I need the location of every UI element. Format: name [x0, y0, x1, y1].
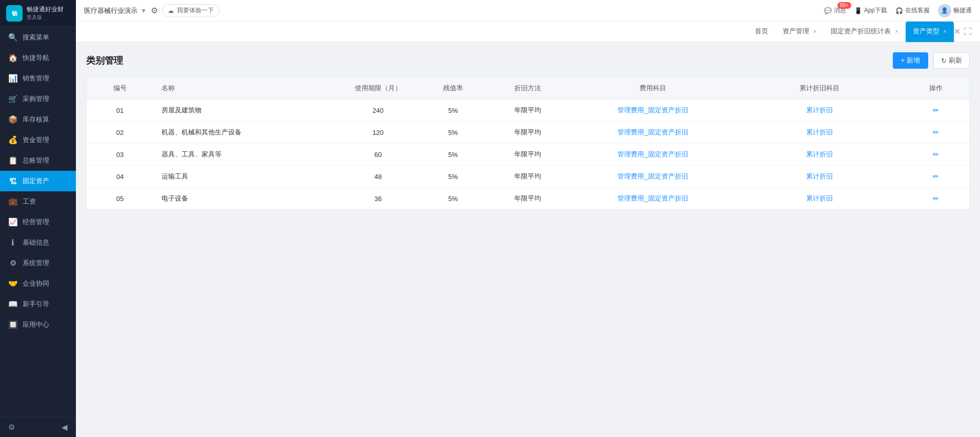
cell-expense-3: 管理费用_固定资产折旧	[570, 166, 736, 188]
edit-icon-0[interactable]: ✏	[933, 106, 939, 114]
mobile-icon: 📱	[854, 7, 862, 14]
guide-icon: 📖	[8, 300, 17, 309]
sidebar-item-sales[interactable]: 📊 销售管理	[0, 68, 76, 89]
message-action[interactable]: 💬 消息 99+	[824, 6, 846, 15]
cell-method-3: 年限平均	[486, 166, 569, 188]
sidebar-label-search: 搜索菜单	[23, 33, 49, 42]
cell-action-2: ✏	[903, 144, 969, 166]
edit-icon-2[interactable]: ✏	[933, 150, 939, 158]
cell-residual-1: 5%	[419, 122, 486, 144]
cell-residual-0: 5%	[419, 100, 486, 122]
close-window-icon[interactable]: ✕	[954, 27, 961, 36]
edit-icon-4[interactable]: ✏	[933, 194, 939, 203]
cell-accum-2: 累计折旧	[736, 144, 903, 166]
cell-code-4: 05	[87, 188, 153, 210]
col-header-code: 编号	[87, 77, 153, 100]
sidebar-item-search[interactable]: 🔍 搜索菜单	[0, 27, 76, 48]
cell-code-1: 02	[87, 122, 153, 144]
sidebar-item-app-center[interactable]: 🔲 应用中心	[0, 314, 76, 335]
app-center-icon: 🔲	[8, 320, 17, 329]
cell-residual-4: 5%	[419, 188, 486, 210]
sidebar-item-basic-info[interactable]: ℹ 基础信息	[0, 232, 76, 253]
user-profile[interactable]: 👤 畅捷通	[938, 4, 972, 17]
logo-icon: 畅	[6, 5, 23, 22]
sidebar-item-system[interactable]: ⚙ 系统管理	[0, 253, 76, 273]
table-row: 02 机器、机械和其他生产设备 120 5% 年限平均 管理费用_固定资产折旧 …	[87, 122, 969, 144]
app-download-action[interactable]: 📱 App下载	[854, 6, 887, 15]
tab-close-asset-type[interactable]: ×	[944, 28, 947, 34]
sidebar-item-purchase[interactable]: 🛒 采购管理	[0, 89, 76, 109]
sidebar-item-payroll[interactable]: 💼 工资	[0, 191, 76, 212]
cell-action-1: ✏	[903, 122, 969, 144]
cell-period-3: 48	[336, 166, 419, 188]
edit-icon-3[interactable]: ✏	[933, 172, 939, 181]
sidebar-item-ledger[interactable]: 📋 总账管理	[0, 150, 76, 171]
cell-residual-3: 5%	[419, 166, 486, 188]
capital-icon: 💰	[8, 135, 17, 145]
cell-period-2: 60	[336, 144, 419, 166]
sidebar-label-purchase: 采购管理	[23, 94, 49, 104]
sidebar-item-operations[interactable]: 📈 经营管理	[0, 212, 76, 232]
col-header-period: 使用期限（月）	[336, 77, 419, 100]
sales-icon: 📊	[8, 74, 17, 83]
refresh-button[interactable]: ↻ 刷新	[933, 52, 970, 69]
cell-period-1: 120	[336, 122, 419, 144]
app-logo: 畅 畅捷通好业财 普及版	[0, 0, 76, 27]
collapse-icon[interactable]: ◀	[62, 423, 68, 432]
cell-action-3: ✏	[903, 166, 969, 188]
sidebar-item-inventory[interactable]: 📦 库存核算	[0, 109, 76, 130]
cell-action-4: ✏	[903, 188, 969, 210]
page-title: 类别管理	[86, 54, 123, 67]
sidebar-label-ledger: 总账管理	[23, 156, 49, 165]
edit-icon-1[interactable]: ✏	[933, 128, 939, 136]
feedback-button[interactable]: ☁ 我要体验一下	[162, 4, 219, 17]
cell-expense-0: 管理费用_固定资产折旧	[570, 100, 736, 122]
feedback-icon: ☁	[168, 7, 174, 14]
category-table: 编号 名称 使用期限（月） 残值率 折旧方法 费用科目 累计折旧科目 操作 01…	[86, 77, 970, 210]
cell-accum-4: 累计折旧	[736, 188, 903, 210]
expand-window-icon[interactable]: ⛶	[964, 27, 972, 36]
company-selector[interactable]: 医疗器械行业演示 ▼	[84, 6, 147, 15]
tab-close-fixed-asset-stats[interactable]: ×	[895, 28, 898, 34]
topbar: 医疗器械行业演示 ▼ ⚙ ☁ 我要体验一下 💬 消息 99+ 📱 App下载 🎧…	[76, 0, 980, 22]
purchase-icon: 🛒	[8, 94, 17, 104]
ledger-icon: 📋	[8, 156, 17, 165]
cell-method-0: 年限平均	[486, 100, 569, 122]
message-icon: 💬	[824, 7, 832, 14]
sidebar-item-guide[interactable]: 📖 新手引导	[0, 294, 76, 314]
refresh-icon: ↻	[941, 57, 947, 65]
operations-icon: 📈	[8, 217, 17, 227]
sidebar-label-inventory: 库存核算	[23, 115, 49, 124]
main-area: 医疗器械行业演示 ▼ ⚙ ☁ 我要体验一下 💬 消息 99+ 📱 App下载 🎧…	[76, 0, 980, 437]
cell-expense-1: 管理费用_固定资产折旧	[570, 122, 736, 144]
sidebar-label-cooperation: 企业协同	[23, 279, 49, 288]
tab-asset-mgmt[interactable]: 资产管理×	[775, 22, 824, 42]
tab-fixed-asset-stats[interactable]: 固定资产折旧统计表×	[824, 22, 905, 42]
tab-asset-type[interactable]: 资产类型×	[906, 22, 954, 42]
sidebar-item-fixed-assets[interactable]: 🏗 固定资产	[0, 171, 76, 191]
cell-method-4: 年限平均	[486, 188, 569, 210]
basic-info-icon: ℹ	[8, 238, 17, 247]
company-settings-icon[interactable]: ⚙	[151, 6, 158, 15]
customer-service-action[interactable]: 🎧 在线客服	[895, 6, 930, 15]
sidebar-item-cooperation[interactable]: 🤝 企业协同	[0, 273, 76, 294]
col-header-residual: 残值率	[419, 77, 486, 100]
tabbar: 首页资产管理×固定资产折旧统计表×资产类型×✕ ⛶	[76, 22, 980, 42]
sidebar-item-quick-nav[interactable]: 🏠 快捷导航	[0, 48, 76, 68]
col-header-expense: 费用科目	[570, 77, 736, 100]
sidebar-label-system: 系统管理	[23, 259, 49, 268]
sidebar-nav: 🔍 搜索菜单 🏠 快捷导航 📊 销售管理 🛒 采购管理 📦 库存核算 💰 资金管…	[0, 27, 76, 417]
sidebar-label-sales: 销售管理	[23, 74, 49, 83]
cell-name-3: 运输工具	[153, 166, 336, 188]
col-header-accum: 累计折旧科目	[736, 77, 903, 100]
col-header-method: 折旧方法	[486, 77, 569, 100]
settings-footer-icon[interactable]: ⚙	[8, 423, 15, 432]
cell-period-4: 36	[336, 188, 419, 210]
sidebar-item-capital[interactable]: 💰 资金管理	[0, 130, 76, 150]
payroll-icon: 💼	[8, 197, 17, 206]
tab-home[interactable]: 首页	[748, 22, 775, 42]
cell-expense-2: 管理费用_固定资产折旧	[570, 144, 736, 166]
cell-name-2: 器具、工具、家具等	[153, 144, 336, 166]
tab-close-asset-mgmt[interactable]: ×	[813, 28, 816, 34]
new-button[interactable]: + 新增	[893, 52, 928, 69]
